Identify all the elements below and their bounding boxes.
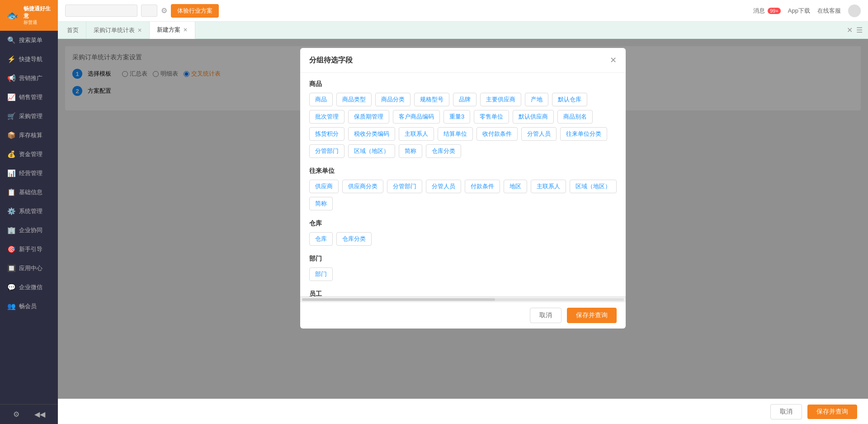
field-tag[interactable]: 主要供应商: [480, 93, 521, 106]
field-tag[interactable]: 默认仓库: [552, 93, 587, 106]
field-tag[interactable]: 产地: [525, 93, 548, 106]
tab-new-plan-close[interactable]: ✕: [183, 27, 188, 33]
sidebar-item-label: 基础信息: [19, 188, 42, 196]
save-query-button[interactable]: 保存并查询: [807, 405, 857, 419]
cancel-button[interactable]: 取消: [770, 404, 802, 419]
sidebar-item-quick-nav[interactable]: ⚡ 快捷导航: [0, 50, 58, 69]
field-tag[interactable]: 区域（地区）: [348, 144, 395, 158]
tab-new-plan[interactable]: 新建方案 ✕: [150, 22, 195, 39]
field-tag[interactable]: 商品类型: [336, 93, 372, 106]
system-icon: ⚙️: [7, 207, 15, 215]
field-tag[interactable]: 税收分类编码: [348, 127, 395, 141]
field-tag[interactable]: 分管部门: [309, 144, 344, 158]
sidebar-item-enterprise[interactable]: 🏢 企业协同: [0, 221, 58, 240]
wechat-icon: 💬: [7, 283, 15, 291]
app-download-link[interactable]: App下载: [788, 7, 810, 15]
topbar: ⚙ 体验行业方案 消息 99+ App下载 在线客服: [58, 0, 868, 22]
sidebar-item-purchase[interactable]: 🛒 采购管理: [0, 107, 58, 126]
field-tag[interactable]: 客户商品编码: [393, 110, 440, 124]
tab-purchase-order-close[interactable]: ✕: [137, 27, 142, 33]
field-tag[interactable]: 重量3: [443, 110, 470, 124]
field-tag[interactable]: 简称: [309, 197, 333, 210]
sound-icon[interactable]: ◀◀: [34, 410, 45, 419]
topbar-search-input[interactable]: [65, 5, 137, 17]
experience-plan-button[interactable]: 体验行业方案: [171, 4, 219, 18]
sidebar: 🐟 畅捷通好生意 标普通 🔍 搜索菜单 ⚡ 快捷导航 📢 营销推广 📈 销售管理…: [0, 0, 58, 424]
tab-menu-icon[interactable]: ☰: [856, 26, 863, 34]
field-tag[interactable]: 区域（地区）: [570, 180, 617, 193]
department-field-list: 部门: [309, 267, 617, 281]
topbar-right: 消息 99+ App下载 在线客服: [753, 5, 861, 17]
sidebar-item-wechat[interactable]: 💬 企业微信: [0, 278, 58, 297]
employee-group-title: 员工: [309, 290, 617, 296]
field-tag[interactable]: 付款条件: [465, 180, 500, 193]
field-tag[interactable]: 保质期管理: [348, 110, 389, 124]
field-group-employee: 员工 业务员: [309, 290, 617, 296]
sidebar-item-inventory[interactable]: 📦 库存核算: [0, 126, 58, 145]
field-tag[interactable]: 品牌: [453, 93, 476, 106]
field-tag[interactable]: 分管人员: [521, 127, 557, 141]
enterprise-icon: 🏢: [7, 226, 15, 234]
sidebar-item-sales[interactable]: 📈 销售管理: [0, 88, 58, 107]
field-tag[interactable]: 地区: [504, 180, 527, 193]
field-tag[interactable]: 零售单位: [474, 110, 509, 124]
field-tag[interactable]: 部门: [309, 267, 333, 281]
field-tag[interactable]: 供应商: [309, 180, 339, 193]
field-tag[interactable]: 分管人员: [426, 180, 461, 193]
purchase-icon: 🛒: [7, 112, 15, 120]
modal-close-icon[interactable]: ✕: [610, 55, 617, 65]
user-avatar[interactable]: [848, 5, 861, 17]
guide-icon: 🎯: [7, 245, 15, 253]
sidebar-item-guide[interactable]: 🎯 新手引导: [0, 240, 58, 259]
field-tag[interactable]: 主联系人: [399, 127, 434, 141]
topbar-left: ⚙ 体验行业方案: [65, 4, 219, 18]
sidebar-item-search[interactable]: 🔍 搜索菜单: [0, 31, 58, 50]
sidebar-item-marketing[interactable]: 📢 营销推广: [0, 69, 58, 88]
sidebar-item-member[interactable]: 👥 畅会员: [0, 297, 58, 316]
sidebar-item-label: 采购管理: [19, 112, 42, 120]
field-tag[interactable]: 供应商分类: [342, 180, 383, 193]
field-tag[interactable]: 批次管理: [309, 110, 344, 124]
online-service-link[interactable]: 在线客服: [817, 7, 841, 15]
sidebar-bottom: ⚙ ◀◀: [0, 404, 58, 424]
modal-cancel-button[interactable]: 取消: [530, 308, 561, 323]
modal-horizontal-scrollbar[interactable]: [300, 296, 626, 302]
field-tag[interactable]: 简称: [399, 144, 422, 158]
field-tag[interactable]: 默认供应商: [513, 110, 554, 124]
main-area: ⚙ 体验行业方案 消息 99+ App下载 在线客服 首页 采购订单统计表 ✕ …: [58, 0, 868, 424]
field-tag[interactable]: 分管部门: [387, 180, 422, 193]
tab-home[interactable]: 首页: [60, 22, 86, 39]
page-footer: 取消 保存并查询: [58, 399, 868, 424]
tab-purchase-order-label: 采购订单统计表: [94, 26, 135, 34]
field-tag[interactable]: 仓库: [309, 232, 333, 246]
field-tag[interactable]: 商品: [309, 93, 333, 106]
modal-confirm-button[interactable]: 保存并查询: [567, 308, 617, 323]
field-tag[interactable]: 规格型号: [414, 93, 449, 106]
partner-group-title: 往来单位: [309, 167, 617, 175]
field-tag[interactable]: 主联系人: [531, 180, 566, 193]
field-tag[interactable]: 往来单位分类: [560, 127, 607, 141]
sidebar-item-system[interactable]: ⚙️ 系统管理: [0, 202, 58, 221]
field-tag[interactable]: 仓库分类: [426, 144, 461, 158]
field-tag[interactable]: 收付款条件: [476, 127, 518, 141]
field-tag[interactable]: 商品分类: [375, 93, 410, 106]
department-group-title: 部门: [309, 255, 617, 263]
field-tag[interactable]: 拣货积分: [309, 127, 344, 141]
field-tag[interactable]: 仓库分类: [336, 232, 372, 246]
tab-new-plan-label: 新建方案: [157, 26, 180, 34]
settings-icon[interactable]: ⚙: [13, 410, 19, 419]
notification-area[interactable]: 消息 99+: [753, 7, 781, 15]
field-group-warehouse: 仓库 仓库 仓库分类: [309, 219, 617, 246]
tab-purchase-order[interactable]: 采购订单统计表 ✕: [86, 22, 150, 39]
sidebar-item-operations[interactable]: 📊 经营管理: [0, 164, 58, 183]
sidebar-item-finance[interactable]: 💰 资金管理: [0, 145, 58, 164]
page-content: 采购订单统计表方案设置 1 选择模板 汇总表 明细表 交叉统计表 2 方案配置: [58, 39, 868, 399]
logo-sub: 标普通: [24, 19, 54, 25]
sidebar-item-basic[interactable]: 📋 基础信息: [0, 183, 58, 202]
tab-close-all-icon[interactable]: ✕: [847, 26, 853, 34]
topbar-dropdown[interactable]: [141, 5, 157, 17]
field-tag[interactable]: 结算单位: [438, 127, 473, 141]
topbar-gear-icon[interactable]: ⚙: [161, 6, 167, 15]
sidebar-item-appstore[interactable]: 🔲 应用中心: [0, 259, 58, 278]
field-tag[interactable]: 商品别名: [557, 110, 593, 124]
